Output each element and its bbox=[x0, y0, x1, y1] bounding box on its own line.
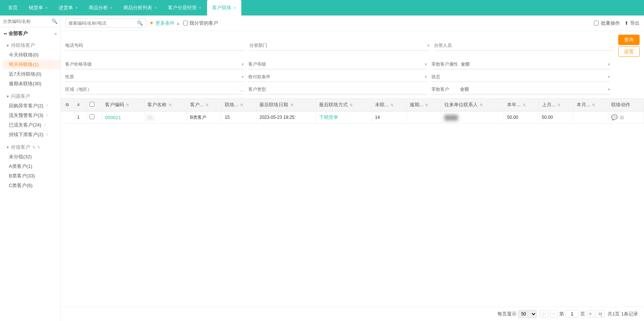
nav-goods-list[interactable]: 商品分析列表 × bbox=[118, 0, 162, 15]
nav-customer-contact-close[interactable]: × bbox=[234, 6, 236, 10]
sidebar-item-ungrouped[interactable]: 未分组(32) bbox=[3, 152, 60, 162]
nav-sales[interactable]: 销货单 × bbox=[24, 0, 53, 15]
chevron-down-icon: ▾ bbox=[608, 75, 610, 79]
query-btn[interactable]: 查询 bbox=[618, 35, 640, 45]
col-last-month[interactable]: 上月... ⇅ bbox=[539, 99, 573, 111]
filter-retail-attr[interactable]: 零散客户属性 全部 ▾ bbox=[431, 60, 610, 69]
col-unit-contact[interactable]: 往来单位联系人 ⇅ bbox=[441, 99, 504, 111]
sidebar-item-a-class[interactable]: A类客户(1) bbox=[3, 162, 60, 171]
filter-customer-type[interactable]: 客户类型 bbox=[248, 85, 427, 94]
row-last-method[interactable]: 下销货单 bbox=[316, 111, 372, 124]
sidebar-item-repurchase-abnormal[interactable]: 回购异常客户(2) ? bbox=[3, 101, 60, 111]
filter-region[interactable]: 区域（地区） … bbox=[65, 85, 244, 94]
batch-checkbox[interactable] bbox=[594, 21, 599, 25]
select-all-checkbox[interactable] bbox=[90, 102, 94, 107]
col-overdue[interactable]: 逾期... ⇅ bbox=[406, 99, 441, 111]
col-gear[interactable]: ⚙ bbox=[61, 99, 74, 111]
nav-customer-contact[interactable]: 客户联络 × bbox=[207, 0, 241, 15]
col-index: # bbox=[74, 99, 86, 111]
nav-customer-tier[interactable]: 客户分层经营 × bbox=[163, 0, 206, 15]
nav-purchase[interactable]: 进货单 × bbox=[53, 0, 83, 15]
export-btn[interactable]: ⬆ 导出 bbox=[624, 20, 640, 27]
sidebar-all-customers[interactable]: ▪▪ 全部客户 « bbox=[0, 27, 60, 39]
nav-goods-analysis-close[interactable]: × bbox=[110, 6, 112, 10]
col-this-year[interactable]: 本年... ⇅ bbox=[504, 99, 539, 111]
filter-retail-attr-label: 零散客户属性 bbox=[431, 61, 458, 68]
filter-row-2: 客户价格等级 ▾ 客户等级 ▾ 零散客户属性 全部 ▾ bbox=[65, 60, 640, 69]
row-checkbox[interactable] bbox=[86, 111, 102, 124]
row-select-checkbox[interactable] bbox=[90, 114, 94, 119]
batch-op-btn[interactable]: 批量操作 bbox=[594, 20, 620, 27]
filter-phone: 电话号码 bbox=[65, 41, 245, 51]
my-customers-checkbox-label[interactable]: 我分管的客户 bbox=[183, 20, 218, 27]
col-last-method[interactable]: 最后联络方式 ⇅ bbox=[316, 99, 372, 111]
export-icon: ⬆ bbox=[624, 20, 629, 26]
sidebar-value-label[interactable]: ▼ 价值客户 ↻ ✎ bbox=[3, 142, 60, 152]
contact-action-icon[interactable]: 💬 bbox=[611, 114, 617, 120]
sidebar-item-b-class[interactable]: B类客户(33) bbox=[3, 171, 60, 181]
row-uncontacted: 14 bbox=[372, 111, 406, 124]
prev-page-btn[interactable]: < bbox=[550, 310, 558, 318]
toolbar-search-icon[interactable]: 🔍 bbox=[137, 20, 143, 26]
filter-payment[interactable]: 收付款条件 ▾ bbox=[248, 72, 427, 82]
edit-icon[interactable]: ✎ bbox=[37, 145, 41, 150]
more-conditions-btn[interactable]: ▼ 更多条件 ▲ bbox=[149, 20, 180, 27]
filter-status[interactable]: 状态 ▾ bbox=[431, 72, 610, 82]
sidebar-pending-label[interactable]: ▼ 待联络客户 bbox=[3, 41, 60, 50]
toolbar-search-input[interactable] bbox=[69, 21, 136, 26]
sidebar-problem-label[interactable]: ▼ 问题客户 bbox=[3, 92, 60, 101]
arrow-icon: ▼ bbox=[6, 44, 10, 48]
sidebar-item-c-class[interactable]: C类客户(6) bbox=[3, 181, 60, 190]
filter-manager[interactable]: 分管人员 … bbox=[434, 41, 614, 51]
next-page-btn[interactable]: > bbox=[587, 310, 594, 318]
sidebar-item-tomorrow[interactable]: 明天待联络(1) bbox=[3, 60, 60, 69]
my-customers-checkbox[interactable] bbox=[183, 21, 188, 25]
sidebar-item-churned[interactable]: 已流失客户(24) ? bbox=[3, 120, 60, 130]
filter-manager-label: 分管人员 bbox=[434, 42, 460, 49]
more-action-icon[interactable]: ⊞ bbox=[620, 114, 624, 120]
sidebar-problem-group: ▼ 问题客户 回购异常客户(2) ? 流失预警客户(3) ? 已流失客户(24)… bbox=[0, 90, 60, 141]
col-type[interactable]: 客户... ⇅ bbox=[187, 99, 221, 111]
sidebar-item-today[interactable]: 今天待联络(0) bbox=[3, 50, 60, 60]
sidebar-item-churn-warning[interactable]: 流失预警客户(3) ? bbox=[3, 111, 60, 120]
filter-gender[interactable]: 性质 ▾ bbox=[65, 72, 244, 82]
sidebar-item-overdue[interactable]: 逾期未联络(30) bbox=[3, 79, 60, 89]
first-page-btn[interactable]: |< bbox=[540, 310, 549, 318]
set-btn[interactable]: 设置 bbox=[618, 46, 640, 57]
nav-purchase-close[interactable]: × bbox=[75, 6, 77, 10]
nav-goods-list-close[interactable]: × bbox=[154, 6, 157, 10]
col-last-date[interactable]: 最后联络日期 ⇅ bbox=[256, 99, 316, 111]
filter-price-level[interactable]: 客户价格等级 ▾ bbox=[65, 60, 244, 69]
nav-goods-analysis[interactable]: 商品分析 × bbox=[84, 0, 118, 15]
col-code[interactable]: 客户编码 ⇅ bbox=[102, 99, 144, 111]
row-code[interactable]: 000021 bbox=[102, 111, 144, 124]
sidebar-item-7days[interactable]: 近7天待联络(0) bbox=[3, 69, 60, 79]
last-page-btn[interactable]: >| bbox=[596, 310, 605, 318]
sidebar-pending-group: ▼ 待联络客户 今天待联络(0) 明天待联络(1) 近7天待联络(0) 逾期未联… bbox=[0, 39, 60, 90]
col-uncontacted[interactable]: 未联... ⇅ bbox=[372, 99, 406, 111]
sort-icon: ⇅ bbox=[523, 103, 526, 107]
col-checkbox[interactable] bbox=[86, 99, 102, 111]
nav-sales-close[interactable]: × bbox=[45, 6, 48, 10]
sidebar-search-icon[interactable]: 🔍 bbox=[52, 18, 57, 24]
filter-retail-customer[interactable]: 零散客户 全部 ▾ bbox=[431, 85, 610, 94]
col-this-month[interactable]: 本月... ⇅ bbox=[573, 99, 608, 111]
per-page-select[interactable]: 50 100 bbox=[518, 310, 537, 318]
collapse-icon: « bbox=[55, 31, 57, 36]
row-unit-contact: ████ bbox=[441, 111, 504, 124]
filter-customer-level[interactable]: 客户等级 ▾ bbox=[248, 60, 427, 69]
sidebar-item-declining[interactable]: 持续下滑客户(2) ? bbox=[3, 130, 60, 139]
col-contact-count[interactable]: 联络... ⇅ bbox=[222, 99, 256, 111]
refresh-icon[interactable]: ↻ bbox=[32, 145, 36, 150]
sidebar-search-input[interactable] bbox=[3, 19, 52, 24]
row-name[interactable]: Ea bbox=[144, 111, 187, 124]
filter-dept[interactable]: 分管部门 ▾ bbox=[249, 41, 429, 51]
footer-pagesize: 每页显示 50 100 bbox=[497, 310, 537, 318]
nav-goods-analysis-label: 商品分析 bbox=[89, 4, 108, 11]
nav-home[interactable]: 首页 bbox=[3, 0, 23, 15]
col-name[interactable]: 客户名称 ⇅ bbox=[144, 99, 187, 111]
nav-customer-tier-close[interactable]: × bbox=[199, 6, 201, 10]
page-input[interactable] bbox=[566, 310, 579, 318]
chevron-up-icon: ▲ bbox=[176, 21, 180, 25]
row-action: 💬 ⊞ bbox=[608, 111, 644, 124]
